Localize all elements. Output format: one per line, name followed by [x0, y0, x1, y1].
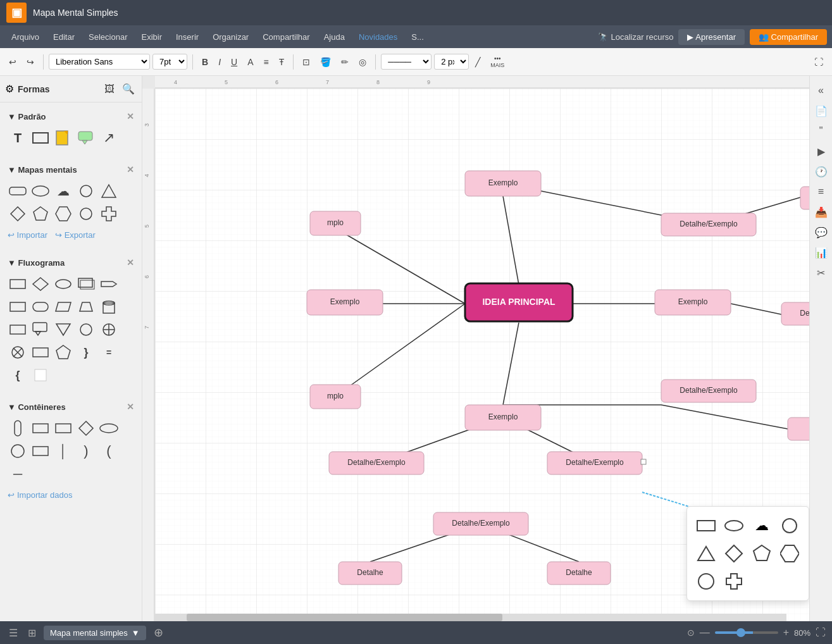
tab-mapa-mental[interactable]: Mapa mental simples ▼	[44, 626, 146, 640]
mm-shape-rect[interactable]	[8, 181, 28, 201]
menu-arquivo[interactable]: Arquivo	[5, 30, 46, 44]
right-cut-icon[interactable]: ✂	[812, 263, 831, 282]
fl-x-circle[interactable]	[8, 342, 28, 362]
text-format-button[interactable]: Ŧ	[275, 54, 289, 70]
picker-diamond[interactable]	[723, 542, 745, 565]
picker-hexagon[interactable]	[778, 542, 801, 565]
opacity-button[interactable]: ◎	[355, 54, 370, 70]
mm-shape-triangle[interactable]	[99, 181, 119, 201]
shape-note[interactable]	[53, 128, 73, 148]
mm-shape-circle[interactable]	[76, 181, 96, 201]
right-download-icon[interactable]: 📥	[812, 202, 831, 221]
apresentar-button[interactable]: ▶ Apresentar	[678, 29, 745, 45]
underline-button[interactable]: U	[227, 54, 241, 70]
cont-lparen[interactable]: (	[99, 441, 119, 461]
right-quote-icon[interactable]: "	[812, 121, 831, 140]
selection-handle[interactable]	[641, 459, 646, 464]
zoom-slider[interactable]	[715, 631, 778, 634]
fluxo-close[interactable]: ✕	[127, 257, 134, 268]
font-family-select[interactable]: Liberation Sans	[49, 54, 150, 70]
cont-rect2[interactable]	[53, 418, 73, 438]
fl-tri-down[interactable]	[53, 319, 73, 340]
connection-button[interactable]: ╱	[471, 54, 484, 70]
zoom-in-button[interactable]: +	[783, 627, 789, 638]
font-color-button[interactable]: A	[244, 54, 257, 70]
mm-shape-cloud[interactable]: ☁	[53, 181, 73, 201]
picker-circle[interactable]	[778, 514, 801, 537]
mm-shape-ellipse[interactable]	[30, 181, 51, 201]
mm-shape-circle2[interactable]	[76, 204, 96, 224]
line-width-select[interactable]: 2 px	[434, 54, 469, 70]
home-icon[interactable]: ⊙	[687, 628, 695, 638]
italic-button[interactable]: I	[214, 54, 225, 70]
search-shapes-button[interactable]: 🖼	[102, 82, 116, 97]
fl-rect4[interactable]	[30, 342, 51, 362]
search-button[interactable]: 🔍	[120, 81, 137, 97]
fl-arrow-right[interactable]	[99, 274, 119, 294]
shape-text[interactable]: T	[8, 128, 28, 148]
more-button[interactable]: ••• MAIS	[487, 53, 508, 71]
localizar-recurso[interactable]: 🔭 Localizar recurso	[598, 32, 673, 42]
mm-shape-cross[interactable]	[99, 204, 119, 224]
fl-trapezoid[interactable]	[76, 297, 96, 317]
menu-exibir[interactable]: Exibir	[135, 30, 168, 44]
picker-cloud[interactable]: ☁	[750, 514, 773, 537]
fl-white[interactable]	[30, 365, 51, 385]
padrao-close[interactable]: ✕	[127, 111, 134, 121]
right-play-icon[interactable]: ▶	[812, 142, 831, 161]
zoom-expand-button[interactable]: ⛶	[816, 627, 826, 638]
fl-diamond[interactable]	[30, 274, 51, 294]
picker-pentagon[interactable]	[750, 542, 773, 565]
mm-shape-diamond[interactable]	[8, 204, 28, 224]
add-tab-button[interactable]: ⊕	[151, 626, 166, 640]
top-detalhe-rect[interactable]	[800, 187, 809, 209]
cont-rect3[interactable]	[30, 441, 51, 461]
align-button[interactable]: ≡	[259, 54, 272, 70]
font-size-select[interactable]: 7pt	[152, 54, 187, 70]
fl-rect3[interactable]	[8, 319, 28, 340]
menu-novidades[interactable]: Novidades	[352, 30, 404, 44]
cont-pill[interactable]	[8, 418, 28, 438]
compartilhar-button[interactable]: 👥 Compartilhar	[750, 29, 827, 45]
picker-cross[interactable]	[723, 570, 745, 593]
fl-callout2[interactable]	[30, 319, 51, 340]
fl-double-rect[interactable]	[76, 274, 96, 294]
menu-organizar[interactable]: Organizar	[206, 30, 255, 44]
right-collapse-icon[interactable]: «	[812, 81, 831, 100]
redo-button[interactable]: ↪	[23, 54, 38, 70]
fill-color-button[interactable]: 🪣	[316, 54, 335, 70]
right-chat-icon[interactable]: 💬	[812, 223, 831, 242]
cont-rect[interactable]	[30, 418, 51, 438]
fl-ellipse[interactable]	[53, 274, 73, 294]
menu-editar[interactable]: Editar	[47, 30, 81, 44]
fl-cylinder[interactable]	[99, 297, 119, 317]
picker-circle2[interactable]	[695, 570, 717, 593]
fl-parallelogram[interactable]	[53, 297, 73, 317]
mapas-close[interactable]: ✕	[127, 164, 134, 175]
border-button[interactable]: ⊡	[299, 54, 314, 70]
menu-s[interactable]: S...	[405, 30, 430, 44]
cont-hline[interactable]: ─	[8, 464, 28, 484]
fl-brace[interactable]: }	[76, 342, 96, 362]
fl-rect2[interactable]	[8, 297, 28, 317]
fl-circle2[interactable]	[76, 319, 96, 340]
picker-ellipse[interactable]	[723, 514, 745, 537]
fl-pentagon2[interactable]	[53, 342, 73, 362]
bold-button[interactable]: B	[198, 54, 212, 70]
cont-oval[interactable]	[99, 418, 119, 438]
shape-callout[interactable]	[76, 128, 96, 148]
menu-ajuda[interactable]: Ajuda	[318, 30, 351, 44]
cont-diamond2[interactable]	[76, 418, 96, 438]
import-data-link[interactable]: ↩ Importar dados	[8, 490, 72, 500]
import-link[interactable]: ↩ Importar	[8, 230, 47, 240]
list-view-button[interactable]: ☰	[6, 624, 20, 641]
fl-cross-circle[interactable]	[99, 319, 119, 340]
picker-triangle[interactable]	[695, 542, 717, 565]
fl-rounded[interactable]	[30, 297, 51, 317]
mm-shape-pentagon[interactable]	[30, 204, 51, 224]
canvas-area[interactable]: 4 5 6 7 8 9 3 4 5 6 7	[142, 76, 809, 621]
grid-view-button[interactable]: ⊞	[25, 624, 39, 641]
canvas-content[interactable]: IDEIA PRINCIPAL Exemplo Exemplo Exemplo …	[155, 89, 809, 621]
line-color-button[interactable]: ✏	[337, 54, 352, 70]
menu-selecionar[interactable]: Selecionar	[82, 30, 133, 44]
